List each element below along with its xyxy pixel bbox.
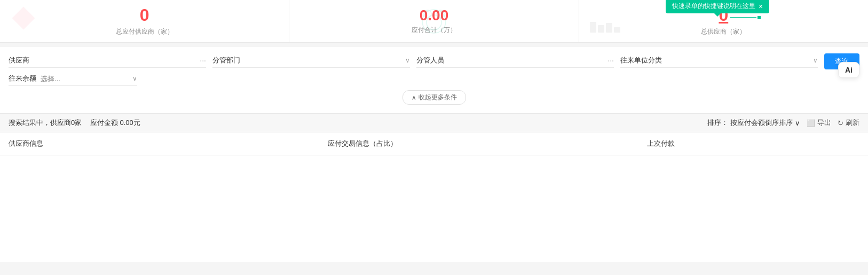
results-amount: 应付金额 0.00元 [90,119,140,127]
results-actions: 排序： 按应付会额倒序排序 ∨ ⬜ 导出 ↻ 刷新 [707,118,859,128]
total-supplier-label: 总供应商（家） [701,27,746,36]
table-header: 供应商信息 应付交易信息（占比） 上次付款 [0,132,868,155]
results-bar: 搜索结果中，供应商0家 应付金额 0.00元 排序： 按应付会额倒序排序 ∨ ⬜… [0,114,868,132]
refresh-label: 刷新 [846,118,859,128]
refresh-icon: ↻ [838,119,843,127]
ai-badge[interactable]: Ai [838,62,859,78]
department-arrow-icon[interactable]: ∨ [405,57,410,64]
unit-class-arrow-icon[interactable]: ∨ [813,57,818,64]
sort-button[interactable]: 排序： 按应付会额倒序排序 ∨ [707,118,800,128]
export-button[interactable]: ⬜ 导出 [807,118,831,128]
tooltip-connector-line [730,17,756,18]
manager-filter-label: 分管人员 [416,56,444,65]
balance-arrow-icon[interactable]: ∨ [132,75,137,82]
tooltip-close-btn[interactable]: × [759,3,763,10]
unit-class-filter-label: 往来单位分类 [620,56,662,65]
manager-filter-input[interactable] [448,56,605,64]
filter-group-department: 分管部门 ∨ [212,56,410,68]
results-supplier-count: 搜索结果中，供应商0家 [9,119,82,127]
department-filter-input[interactable] [244,56,403,64]
filter-row-1: 供应商 ··· 分管部门 ∨ 分管人员 ··· 往来单位分类 ∨ 查询 [9,53,859,69]
supplier-count-label: 总应付供应商（家） [116,27,173,36]
filter-bar: 供应商 ··· 分管部门 ∨ 分管人员 ··· 往来单位分类 ∨ 查询 往来余额 [0,47,868,114]
stat-total-supplier: 快速录单的快捷键说明在这里 × 0 总供应商（家） [579,0,868,42]
collapse-label: 收起更多条件 [419,93,457,102]
table-body [0,155,868,262]
stat-payable-amount: 0.00 应付合计（万） [289,0,579,42]
supplier-count-value: 0 [140,6,149,25]
collapse-section: ∧ 收起更多条件 [9,88,859,109]
export-icon: ⬜ [807,119,815,127]
sort-arrow-icon[interactable]: ∨ [795,119,800,127]
export-label: 导出 [817,118,831,128]
filter-group-unit-class: 往来单位分类 ∨ [620,56,818,68]
supplier-filter-input[interactable] [34,56,198,64]
table-col-lastpay: 上次付款 [647,139,860,148]
filter-group-supplier: 供应商 ··· [9,56,206,68]
collapse-button[interactable]: ∧ 收起更多条件 [403,90,466,105]
svg-point-10 [427,15,441,30]
bear-icon [418,5,450,37]
stats-bar: 0 总应付供应商（家） 0.00 应付合计（万） 快速录单的快捷键说明在这里 × [0,0,868,43]
table-col-transaction: 应付交易信息（占比） [328,139,647,148]
balance-filter-input[interactable] [41,75,130,83]
tooltip-text: 快速录单的快捷键说明在这里 [672,2,755,11]
refresh-button[interactable]: ↻ 刷新 [838,118,859,128]
sort-value: 按应付会额倒序排序 [730,118,793,128]
filter-group-balance: 往来余额 ∨ [9,74,137,86]
stat-supplier-count: 0 总应付供应商（家） [0,0,289,42]
decorative-bars [590,22,620,33]
table-col-supplier: 供应商信息 [9,139,328,148]
manager-more-btn[interactable]: ··· [607,56,614,65]
department-filter-label: 分管部门 [212,56,240,65]
unit-class-filter-input[interactable] [666,56,811,64]
sort-label: 排序： [707,118,728,128]
tooltip-bubble[interactable]: 快速录单的快捷键说明在这里 × [666,0,769,13]
filter-group-manager: 分管人员 ··· [416,56,614,68]
balance-filter-label: 往来余额 [9,74,36,83]
filter-row-2: 往来余额 ∨ [9,74,859,86]
supplier-filter-label: 供应商 [9,56,29,65]
diamond-icon [11,5,36,31]
supplier-more-btn[interactable]: ··· [200,56,206,65]
tooltip-dot [756,15,762,20]
results-info: 搜索结果中，供应商0家 应付金额 0.00元 [9,118,147,128]
chevron-up-icon: ∧ [412,94,416,101]
